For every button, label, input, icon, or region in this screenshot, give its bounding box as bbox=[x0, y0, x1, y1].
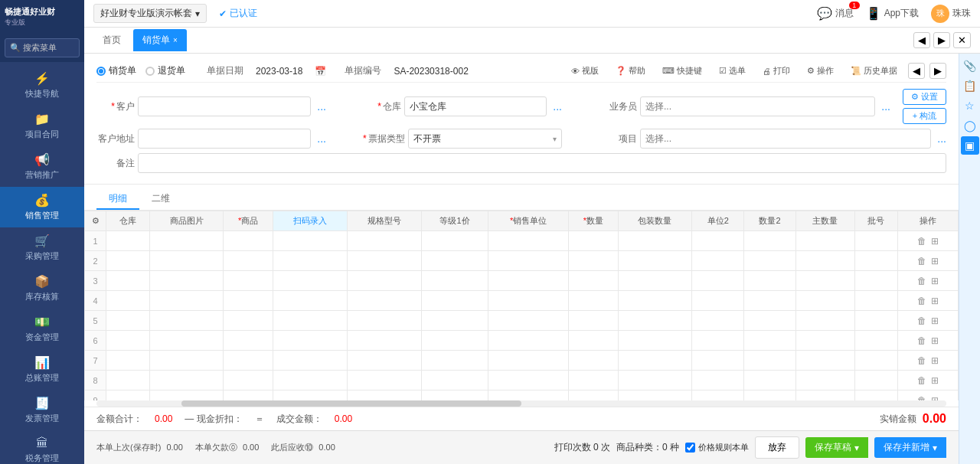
sidebar-item-tax[interactable]: 🏛 税务管理 bbox=[0, 430, 84, 464]
cell-pack_qty-6[interactable] bbox=[618, 331, 692, 351]
shortcut-btn[interactable]: ⌨快捷键 bbox=[656, 63, 708, 79]
cell-product-1[interactable] bbox=[224, 231, 273, 251]
cell-qty2-2[interactable] bbox=[744, 251, 796, 271]
cell-batch-9[interactable] bbox=[854, 390, 898, 401]
row-delete-btn-6[interactable]: 🗑 bbox=[915, 335, 929, 347]
cell-unit-3[interactable] bbox=[488, 271, 569, 291]
row-delete-btn-2[interactable]: 🗑 bbox=[915, 255, 929, 267]
cell-qty-6[interactable] bbox=[569, 331, 618, 351]
form-next-btn[interactable]: ▶ bbox=[929, 63, 946, 79]
search-menu-button[interactable]: 🔍 搜索菜单 bbox=[5, 38, 80, 57]
cell-spec-8[interactable] bbox=[347, 371, 421, 390]
staff-input[interactable] bbox=[640, 96, 875, 116]
row-delete-btn-7[interactable]: 🗑 bbox=[915, 355, 929, 367]
cell-qty2-9[interactable] bbox=[744, 390, 796, 401]
cell-grade_price-3[interactable] bbox=[421, 271, 488, 291]
tab-sales-order[interactable]: 销货单 × bbox=[133, 29, 187, 51]
save-draft-button[interactable]: 保存草稿 ▾ bbox=[805, 437, 868, 458]
calendar-icon[interactable]: 📅 bbox=[315, 66, 326, 77]
cell-batch-7[interactable] bbox=[854, 351, 898, 371]
cell-main_qty-5[interactable] bbox=[795, 311, 854, 331]
cell-image-6[interactable] bbox=[149, 331, 224, 351]
right-panel-list-btn[interactable]: 📋 bbox=[961, 77, 979, 95]
radio-sales[interactable]: 销货单 bbox=[96, 64, 136, 77]
cell-grade_price-1[interactable] bbox=[421, 231, 488, 251]
table-tab-2d[interactable]: 二维 bbox=[139, 189, 182, 210]
message-button[interactable]: 💬 1 消息 bbox=[817, 6, 854, 21]
address-dots[interactable]: ... bbox=[317, 132, 326, 145]
cell-image-1[interactable] bbox=[149, 231, 224, 251]
cell-spec-2[interactable] bbox=[347, 251, 421, 271]
cell-qty2-4[interactable] bbox=[744, 291, 796, 311]
cell-product-4[interactable] bbox=[224, 291, 273, 311]
cell-image-2[interactable] bbox=[149, 251, 224, 271]
sidebar-item-inventory[interactable]: 📦 库存核算 bbox=[0, 268, 84, 309]
cell-grade_price-5[interactable] bbox=[421, 311, 488, 331]
right-panel-star-btn[interactable]: ☆ bbox=[961, 96, 979, 115]
cell-qty-2[interactable] bbox=[569, 251, 618, 271]
cell-qty-9[interactable] bbox=[569, 390, 618, 401]
invoice-select[interactable]: 不开票 ▾ bbox=[408, 129, 562, 149]
customer-dots[interactable]: ... bbox=[317, 100, 326, 113]
row-copy-btn-8[interactable]: ⊞ bbox=[929, 374, 941, 387]
cell-unit-8[interactable] bbox=[488, 371, 569, 390]
row-delete-btn-1[interactable]: 🗑 bbox=[915, 235, 929, 247]
cell-unit-5[interactable] bbox=[488, 311, 569, 331]
cell-unit-2[interactable] bbox=[488, 251, 569, 271]
cell-spec-7[interactable] bbox=[347, 351, 421, 371]
view-btn[interactable]: 👁视版 bbox=[565, 63, 605, 79]
cell-product-3[interactable] bbox=[224, 271, 273, 291]
cell-grade_price-7[interactable] bbox=[421, 351, 488, 371]
cell-spec-6[interactable] bbox=[347, 331, 421, 351]
cell-barcode-8[interactable] bbox=[273, 371, 347, 390]
address-input[interactable] bbox=[138, 129, 311, 149]
row-copy-btn-7[interactable]: ⊞ bbox=[929, 355, 941, 367]
cell-pack_qty-5[interactable] bbox=[618, 311, 692, 331]
cell-image-7[interactable] bbox=[149, 351, 224, 371]
cell-warehouse-8[interactable] bbox=[106, 371, 150, 390]
cell-pack_qty-8[interactable] bbox=[618, 371, 692, 390]
cell-barcode-5[interactable] bbox=[273, 311, 347, 331]
cell-spec-9[interactable] bbox=[347, 390, 421, 401]
sidebar-item-quick-nav[interactable]: ⚡ 快捷导航 bbox=[0, 65, 84, 106]
customer-input[interactable] bbox=[138, 96, 311, 116]
cell-pack_qty-7[interactable] bbox=[618, 351, 692, 371]
right-panel-circle-btn[interactable]: ◯ bbox=[961, 116, 979, 135]
cell-batch-5[interactable] bbox=[854, 311, 898, 331]
cell-unit2-2[interactable] bbox=[692, 251, 744, 271]
cell-unit2-3[interactable] bbox=[692, 271, 744, 291]
cell-grade_price-4[interactable] bbox=[421, 291, 488, 311]
cell-warehouse-9[interactable] bbox=[106, 390, 150, 401]
horizontal-scrollbar[interactable] bbox=[96, 400, 946, 407]
cell-qty-3[interactable] bbox=[569, 271, 618, 291]
cell-qty2-1[interactable] bbox=[744, 231, 796, 251]
cell-main_qty-2[interactable] bbox=[795, 251, 854, 271]
tab-next-button[interactable]: ▶ bbox=[933, 32, 950, 48]
row-copy-btn-4[interactable]: ⊞ bbox=[929, 295, 941, 307]
cell-product-5[interactable] bbox=[224, 311, 273, 331]
app-download-button[interactable]: 📱 App下载 bbox=[866, 6, 919, 21]
cell-qty-8[interactable] bbox=[569, 371, 618, 390]
cell-batch-4[interactable] bbox=[854, 291, 898, 311]
row-delete-btn-9[interactable]: 🗑 bbox=[915, 394, 929, 401]
settings-col-icon[interactable]: ⚙ bbox=[92, 216, 100, 225]
company-selector[interactable]: 好业财专业版演示帐套 ▾ bbox=[93, 4, 207, 23]
sidebar-item-sales[interactable]: 💰 销售管理 bbox=[0, 187, 84, 227]
note-input[interactable] bbox=[138, 153, 946, 173]
select-btn[interactable]: ☑选单 bbox=[713, 63, 752, 79]
cell-batch-3[interactable] bbox=[854, 271, 898, 291]
cell-main_qty-7[interactable] bbox=[795, 351, 854, 371]
cell-spec-4[interactable] bbox=[347, 291, 421, 311]
cell-qty2-6[interactable] bbox=[744, 331, 796, 351]
warehouse-input[interactable] bbox=[404, 96, 547, 116]
cell-qty2-3[interactable] bbox=[744, 271, 796, 291]
cell-warehouse-6[interactable] bbox=[106, 331, 150, 351]
cell-unit-7[interactable] bbox=[488, 351, 569, 371]
cell-batch-2[interactable] bbox=[854, 251, 898, 271]
price-check-label[interactable]: 价格规则本单 bbox=[685, 442, 749, 453]
row-copy-btn-6[interactable]: ⊞ bbox=[929, 335, 941, 347]
sidebar-item-project[interactable]: 📁 项目合同 bbox=[0, 106, 84, 146]
cell-product-8[interactable] bbox=[224, 371, 273, 390]
print-btn[interactable]: 🖨打印 bbox=[756, 63, 796, 79]
cell-warehouse-3[interactable] bbox=[106, 271, 150, 291]
